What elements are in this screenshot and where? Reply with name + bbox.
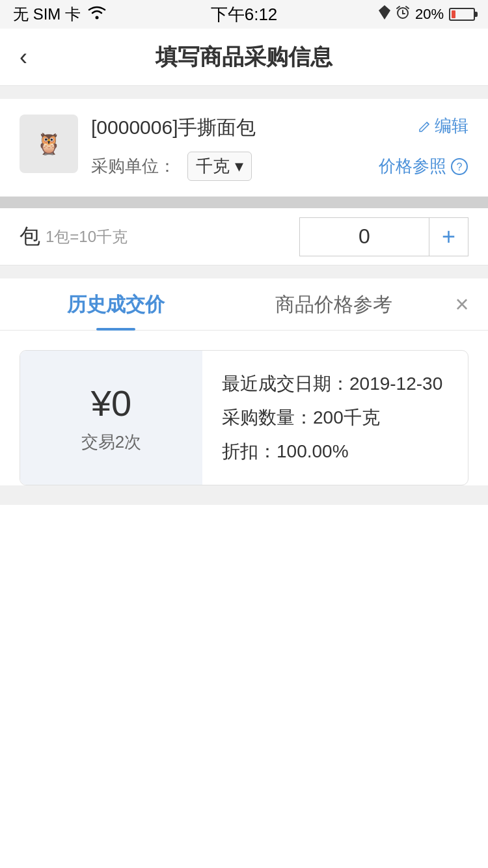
quantity-row: 包 1包=10千克 + [0,208,488,265]
edit-button[interactable]: 编辑 [418,115,468,137]
history-detail-column: 最近成交日期：2019-12-30 采购数量：200千克 折扣：100.00% [202,351,468,485]
price-ref-button[interactable]: 价格参照 ? [379,155,468,178]
location-icon [379,5,390,23]
status-left: 无 SIM 卡 [13,4,107,25]
alarm-icon [396,5,410,23]
recent-date-value: 2019-12-30 [349,373,442,394]
unit-selector-group: 采购单位： 千克 ▾ [91,152,252,181]
battery-percent: 20% [415,6,444,23]
unit-value: 千克 [196,155,230,178]
wifi-icon [87,5,107,23]
recent-date-row: 最近成交日期：2019-12-30 [222,372,448,396]
history-price-value: ¥0 [91,382,131,424]
tab-history-price[interactable]: 历史成交价 [7,278,224,331]
svg-point-0 [96,16,99,20]
qty-hint: 1包=10千克 [46,226,299,247]
nav-bar: ‹ 填写商品采购信息 [0,29,488,86]
battery-icon [449,8,475,21]
product-name: [0000006]手撕面包 [91,115,256,141]
tabs-section: 历史成交价 商品价格参考 × ¥0 交易2次 最近成交日期：2019-12-30… [0,278,488,485]
history-card: ¥0 交易2次 最近成交日期：2019-12-30 采购数量：200千克 折扣：… [20,350,468,485]
recent-date-label: 最近成交日期： [222,373,349,394]
product-icon: 🦉 [36,131,62,156]
discount-value: 100.00% [277,441,349,461]
discount-row: 折扣：100.00% [222,439,448,464]
history-trades-count: 交易2次 [81,431,141,454]
qty-input-wrap: + [299,217,468,256]
qty-plus-button[interactable]: + [429,217,468,256]
gray-divider [0,197,488,208]
purchase-qty-value: 200千克 [313,407,380,427]
status-bar: 无 SIM 卡 下午6:12 20% [0,0,488,29]
product-info: [0000006]手撕面包 编辑 采购单位： 千克 ▾ 价格参照 ? [91,115,468,181]
product-header: [0000006]手撕面包 编辑 [91,115,468,141]
unit-label: 采购单位： [91,156,176,176]
carrier-text: 无 SIM 卡 [13,4,81,25]
battery-fill [452,10,455,18]
status-right: 20% [379,5,475,23]
unit-dropdown[interactable]: 千克 ▾ [187,152,252,181]
tab-product-price-ref[interactable]: 商品价格参考 [224,278,442,331]
purchase-qty-label: 采购数量： [222,407,313,427]
history-price-column: ¥0 交易2次 [20,351,202,485]
quantity-input[interactable] [299,217,429,256]
tabs-close-button[interactable]: × [442,285,481,324]
product-unit-row: 采购单位： 千克 ▾ 价格参照 ? [91,152,468,181]
purchase-qty-row: 采购数量：200千克 [222,405,448,430]
qty-unit-label: 包 [20,223,40,251]
status-time: 下午6:12 [211,3,278,26]
tabs-header: 历史成交价 商品价格参考 × [0,278,488,331]
page-title: 填写商品采购信息 [156,42,332,72]
product-thumbnail: 🦉 [20,115,78,173]
bottom-area [0,505,488,868]
product-card: 🦉 [0000006]手撕面包 编辑 采购单位： 千克 ▾ 价格参照 ? [0,99,488,197]
dropdown-arrow-icon: ▾ [235,156,243,176]
svg-text:?: ? [457,161,463,172]
discount-label: 折扣： [222,441,277,461]
back-button[interactable]: ‹ [20,44,27,71]
